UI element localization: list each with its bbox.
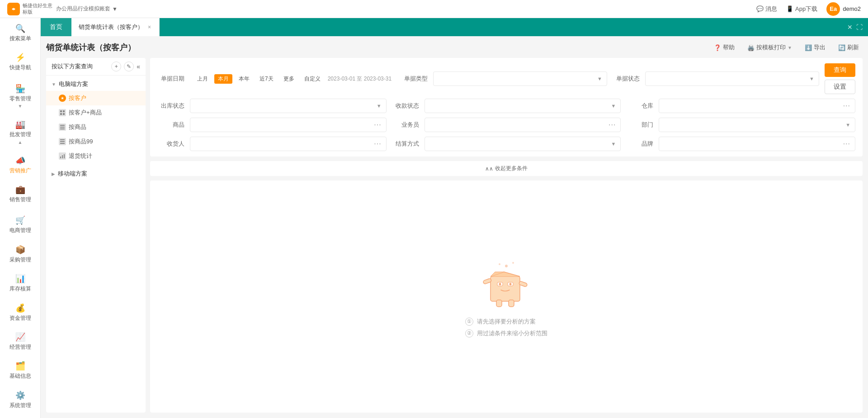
date-this-month-btn[interactable]: 本月	[214, 74, 232, 84]
tab-bar: 首页 销货单统计表（按客户） × ✕ ⛶	[41, 18, 868, 36]
svg-rect-8	[60, 139, 65, 140]
avatar: Ea	[826, 2, 840, 16]
brand-dots-icon: ···	[843, 140, 850, 148]
scheme-item-customer-goods[interactable]: 按客户+商品	[46, 105, 146, 120]
date-7days-btn[interactable]: 近7天	[256, 74, 277, 84]
sidebar-item-inventory[interactable]: 📊 库存核算	[0, 268, 40, 297]
warehouse-control[interactable]: ···	[659, 99, 855, 113]
scheme-item-by-customer[interactable]: ★ 按客户	[46, 91, 146, 105]
tab-active[interactable]: 销货单统计表（按客户） ×	[71, 18, 160, 36]
dept-arrow-icon: ▼	[845, 122, 850, 128]
sidebar-item-ecommerce[interactable]: 🛒 电商管理	[0, 210, 40, 239]
goods-control[interactable]: ···	[190, 118, 387, 132]
svg-rect-6	[60, 127, 65, 128]
scheme-item-goods99[interactable]: 按商品99	[46, 134, 146, 149]
wholesale-icon: 🏭	[15, 119, 25, 129]
scheme-group-desktop-header[interactable]: ▼ 电脑端方案	[46, 77, 146, 91]
sidebar-item-marketing[interactable]: 📣 营销推广	[0, 150, 40, 179]
collect-status-control[interactable]: ▼	[425, 99, 621, 113]
print-button[interactable]: 🖨️ 按模板打印 ▼	[744, 42, 796, 53]
date-this-year-btn[interactable]: 本年	[235, 74, 253, 84]
sidebar: 🔍 搜索菜单 ⚡ 快捷导航 🏪 零售管理 ▼ 🏭 批发管理 ▲ 📣 营销推广 💼…	[0, 18, 41, 418]
tab-close-all-button[interactable]: ✕	[847, 24, 853, 31]
sidebar-item-system[interactable]: ⚙️ 系统管理	[0, 385, 40, 414]
date-range-text: 2023-03-01 至 2023-03-31	[328, 75, 392, 83]
scheme-header: 按以下方案查询 + ✎ «	[46, 58, 146, 76]
sidebar-item-basic[interactable]: 🗂️ 基础信息	[0, 356, 40, 385]
header-left: 畅捷信好生意 标版 办公用品行业模拟账套 ▼	[7, 3, 118, 15]
date-last-month-btn[interactable]: 上月	[193, 74, 212, 84]
doc-type-arrow-icon: ▼	[597, 76, 602, 81]
dept-control[interactable]: ▼	[659, 118, 855, 132]
svg-point-25	[499, 263, 500, 265]
help-button[interactable]: ❓ 帮助	[710, 42, 738, 53]
sidebar-item-wholesale[interactable]: 🏭 批发管理 ▲	[0, 114, 40, 150]
settings-button[interactable]: 设置	[825, 80, 855, 94]
salesperson-dots-icon: ···	[609, 121, 616, 129]
svg-rect-10	[60, 143, 65, 144]
scheme-add-button[interactable]: +	[111, 62, 121, 71]
export-button[interactable]: ⬇️ 导出	[801, 42, 829, 53]
query-button[interactable]: 查询	[825, 63, 855, 77]
logo-text: 畅捷信好生意 标版	[23, 3, 52, 14]
svg-point-18	[509, 283, 512, 285]
payment-arrow-icon: ▼	[611, 141, 616, 147]
search-icon: 🔍	[15, 24, 25, 33]
finance-icon: 💰	[15, 303, 25, 313]
salesperson-control[interactable]: ···	[425, 118, 621, 132]
retail-arrow: ▼	[18, 104, 23, 109]
brand-control[interactable]: ···	[659, 137, 855, 151]
system-label[interactable]: 办公用品行业模拟账套 ▼	[56, 5, 118, 13]
system-icon: ⚙️	[15, 390, 25, 400]
tab-close-button[interactable]: ×	[147, 23, 152, 31]
app-download-button[interactable]: 📱 App下载	[786, 5, 817, 13]
app-icon: 📱	[786, 5, 793, 12]
doc-status-control[interactable]: ▼	[645, 71, 819, 86]
sidebar-item-sales[interactable]: 💼 销售管理	[0, 179, 40, 208]
refresh-button[interactable]: 🔄 刷新	[835, 42, 863, 53]
tab-maximize-button[interactable]: ⛶	[856, 24, 863, 31]
warehouse-label: 仓库	[626, 102, 653, 110]
date-custom-btn[interactable]: 自定义	[301, 74, 324, 84]
out-status-arrow-icon: ▼	[377, 103, 382, 109]
scheme-item-return-stats[interactable]: 退货统计	[46, 149, 146, 163]
filter-row-3: 商品 ··· 业务员 ··· 部门	[157, 118, 855, 132]
payment-control[interactable]: ▼	[425, 137, 621, 151]
main-panel: 按以下方案查询 + ✎ «	[46, 58, 863, 413]
sidebar-item-operations[interactable]: 📈 经营管理	[0, 327, 40, 356]
sidebar-item-retail[interactable]: 🏪 零售管理 ▼	[0, 78, 40, 114]
consignee-control[interactable]: ···	[190, 137, 387, 151]
consignee-dots-icon: ···	[374, 140, 381, 148]
svg-rect-13	[64, 154, 65, 158]
tab-home[interactable]: 首页	[41, 18, 71, 36]
out-status-control[interactable]: ▼	[190, 99, 387, 113]
doc-type-control[interactable]: ▼	[433, 71, 607, 86]
empty-text: ① 请先选择要分析的方案 ② 用过滤条件来缩小分析范围	[465, 318, 547, 337]
user-avatar-area[interactable]: Ea demo2	[826, 2, 861, 16]
svg-rect-12	[62, 155, 63, 158]
sidebar-item-enterprise[interactable]: 🤝 企业协同	[0, 414, 40, 418]
scheme-group-mobile-header[interactable]: ▶ 移动端方案	[46, 167, 146, 180]
date-more-btn[interactable]: 更多	[280, 74, 298, 84]
wholesale-arrow: ▲	[18, 140, 23, 145]
sidebar-item-quicknav[interactable]: ⚡ 快捷导航	[0, 47, 40, 76]
date-label: 单据日期	[157, 75, 184, 83]
collect-status-label: 收款状态	[392, 102, 419, 110]
marketing-icon: 📣	[15, 156, 25, 166]
svg-rect-1	[60, 110, 62, 112]
customer-scheme-icon: ★	[59, 95, 66, 102]
message-icon: 💬	[756, 5, 764, 12]
customer-goods-scheme-icon	[59, 109, 66, 116]
sidebar-item-purchase[interactable]: 📦 采购管理	[0, 239, 40, 268]
collapse-bar[interactable]: ∧∧ 收起更多条件	[150, 161, 863, 176]
sidebar-item-finance[interactable]: 💰 资金管理	[0, 298, 40, 327]
scheme-edit-button[interactable]: ✎	[124, 62, 134, 71]
scheme-item-by-goods[interactable]: 按商品	[46, 120, 146, 134]
message-button[interactable]: 💬 消息	[756, 5, 777, 13]
out-status-label: 出库状态	[157, 102, 184, 110]
sidebar-item-search[interactable]: 🔍 搜索菜单	[0, 18, 40, 47]
ecommerce-icon: 🛒	[15, 215, 25, 225]
logo-icon	[7, 3, 20, 15]
salesperson-label: 业务员	[392, 121, 419, 129]
scheme-collapse-button[interactable]: «	[137, 63, 140, 70]
